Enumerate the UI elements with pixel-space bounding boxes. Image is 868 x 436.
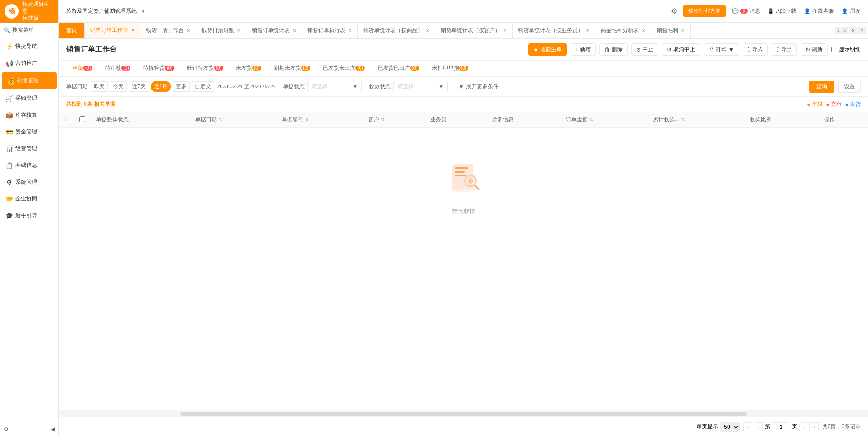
tab-close-icon[interactable]: ✕ xyxy=(131,28,134,33)
sub-tab-旺铺待发货[interactable]: 旺铺待发货(0) xyxy=(181,61,230,76)
sidebar-item-采购管理[interactable]: 🛒采购管理 xyxy=(0,90,58,107)
tab-3[interactable]: 钱货日清对账✕ xyxy=(196,23,246,39)
sidebar-item-企业协同[interactable]: 🤝企业协同 xyxy=(0,190,58,207)
status-select[interactable]: 请选择 ▼ xyxy=(307,81,362,92)
expand-button[interactable]: ▼ 展开更多条件 xyxy=(455,81,502,92)
tab-close-icon[interactable]: ✕ xyxy=(426,28,429,33)
print-chevron: ▼ xyxy=(729,47,734,53)
print-button[interactable]: 🖨 打印 ▼ xyxy=(704,43,739,56)
date-btn-近1月[interactable]: 近1月 xyxy=(151,81,171,92)
cancel-stop-button[interactable]: ↺ 取消中止 xyxy=(662,43,700,56)
sidebar-search[interactable]: 🔍 搜索菜单 xyxy=(0,23,58,38)
tab-close-icon[interactable]: ✕ xyxy=(642,28,645,33)
stop-button[interactable]: ⊘ 中止 xyxy=(631,43,658,56)
online-service-button[interactable]: 👤 在线客服 xyxy=(804,7,834,15)
settings-gear-icon[interactable]: ⚙ xyxy=(671,7,677,15)
sidebar-logo: 畅 畅捷通好生意 标准版 xyxy=(0,0,58,23)
col-date[interactable]: 单据日期 ⇅ xyxy=(190,112,276,128)
quick-btn-发货[interactable]: ● 发货 xyxy=(845,100,861,108)
sub-tab-全部[interactable]: 全部(0) xyxy=(66,61,99,76)
tab-close-icon[interactable]: ✕ xyxy=(293,28,296,33)
tab-1[interactable]: 销售订单工作台✕ xyxy=(85,23,140,39)
export-icon: ⤴ xyxy=(777,47,779,53)
sidebar-item-快捷导航[interactable]: ⚡快捷导航 xyxy=(0,38,58,55)
first-page-button[interactable]: « xyxy=(743,422,753,431)
tab-close-all[interactable]: ✕ xyxy=(849,27,857,34)
collapse-icon[interactable]: ◀ xyxy=(51,426,55,432)
last-page-button[interactable]: » xyxy=(809,422,819,431)
tab-nav-next[interactable]: › xyxy=(842,27,848,34)
tab-0[interactable]: 首页 xyxy=(59,23,85,39)
payment-select[interactable]: 请选择 ▼ xyxy=(393,81,448,92)
page-size-dropdown[interactable]: 50 xyxy=(720,422,740,432)
sub-tab-未发货[interactable]: 未发货(0) xyxy=(230,61,268,76)
tab-close-icon[interactable]: ✕ xyxy=(348,28,352,33)
import-button[interactable]: ⤵ 导入 xyxy=(743,43,768,56)
show-detail-checkbox[interactable] xyxy=(831,47,837,52)
user-button[interactable]: 👤 用友 xyxy=(841,7,861,15)
quick-btn-充审[interactable]: ● 充审 xyxy=(826,100,842,108)
tab-close-icon[interactable]: ✕ xyxy=(187,28,190,33)
checkbox-header[interactable] xyxy=(74,112,91,128)
sub-tab-未打印单据[interactable]: 未打印单据(0) xyxy=(426,61,475,76)
refresh-button[interactable]: ↻ 刷新 xyxy=(801,43,828,56)
quick-btn-审核[interactable]: ● 审核 xyxy=(807,100,822,108)
sidebar-item-系统管理[interactable]: ⚙系统管理 xyxy=(0,174,58,190)
tab-7[interactable]: 销货单统计表（按客户）✕ xyxy=(435,23,513,39)
add-button[interactable]: + 新增 xyxy=(571,43,596,56)
page-number-input[interactable] xyxy=(772,422,790,431)
tab-6[interactable]: 销货单统计表（按商品）✕ xyxy=(358,23,435,39)
sub-tab-待拣验货[interactable]: 待拣验货(0) xyxy=(137,61,180,76)
tab-nav-prev[interactable]: ‹ xyxy=(835,27,841,34)
query-button[interactable]: 查询 xyxy=(809,81,834,93)
chevron-down-icon[interactable]: ▼ xyxy=(140,8,146,14)
sidebar-item-资金管理[interactable]: 💳资金管理 xyxy=(0,123,58,140)
app-download-button[interactable]: 📱 App下载 xyxy=(767,7,796,15)
delete-button[interactable]: 🗑 删除 xyxy=(599,43,628,56)
sub-tab-已发货已出库[interactable]: 已发货已出库(0) xyxy=(371,61,426,76)
tab-9[interactable]: 商品毛利分析表✕ xyxy=(595,23,651,39)
date-btn-今天[interactable]: 今天 xyxy=(110,81,127,92)
sidebar-item-新手引导[interactable]: 🎓新手引导 xyxy=(0,207,58,224)
tab-maximize[interactable]: ⤡ xyxy=(858,27,866,34)
sidebar-item-销售管理[interactable]: 💰销售管理 xyxy=(2,72,57,89)
tab-8[interactable]: 销货单统计表（按业务员）✕ xyxy=(513,23,595,39)
date-btn-更多[interactable]: 更多 xyxy=(173,81,190,92)
col-number[interactable]: 单据编号 ⇅ xyxy=(276,112,363,128)
col-customer[interactable]: 客户 ⇅ xyxy=(363,112,425,128)
sidebar-footer: ⚙ ◀ xyxy=(0,422,58,436)
date-btn-自定义[interactable]: 自定义 xyxy=(192,81,214,92)
industry-button[interactable]: 体验行业方案 xyxy=(683,5,726,17)
tab-close-icon[interactable]: ✕ xyxy=(586,28,590,33)
prev-page-button[interactable]: ‹ xyxy=(755,422,763,431)
tab-close-icon[interactable]: ✕ xyxy=(503,28,507,33)
filter-setting-button[interactable]: 设置 xyxy=(838,81,861,93)
export-button[interactable]: ⤴ 导出 xyxy=(772,43,797,56)
sub-tab-badge: (0) xyxy=(252,66,261,71)
sub-tab-待审核[interactable]: 待审核(0) xyxy=(99,61,137,76)
tab-2[interactable]: 钱货日清工作台✕ xyxy=(140,23,196,39)
next-page-button[interactable]: › xyxy=(799,422,807,431)
sidebar-item-基础信息[interactable]: 📋基础信息 xyxy=(0,157,58,174)
smart-create-button[interactable]: ★ 智能生单 xyxy=(528,43,567,56)
select-all-checkbox[interactable] xyxy=(79,116,85,122)
scrollbar-area[interactable] xyxy=(59,410,868,417)
sidebar-item-经营管理[interactable]: 📊经营管理 xyxy=(0,140,58,157)
sidebar-item-营销推广[interactable]: 📢营销推广 xyxy=(0,55,58,71)
tab-close-icon[interactable]: ✕ xyxy=(237,28,240,33)
settings-icon[interactable]: ⚙ xyxy=(4,426,9,432)
sub-tab-到期未发货[interactable]: 到期未发货(0) xyxy=(268,61,317,76)
tab-close-icon[interactable]: ✕ xyxy=(681,28,685,33)
col-collected[interactable]: 累计收款... ⇅ xyxy=(647,112,744,128)
tab-5[interactable]: 销售订单执行表✕ xyxy=(302,23,358,39)
tab-10[interactable]: 销售毛利✕ xyxy=(651,23,691,39)
date-btn-近7天[interactable]: 近7天 xyxy=(129,81,149,92)
chevron-down-icon: ▼ xyxy=(438,84,444,90)
tab-4[interactable]: 销售订单统计表✕ xyxy=(246,23,302,39)
col-amount[interactable]: 订单金额 ⇅ xyxy=(561,112,647,128)
menu-icon: 💰 xyxy=(7,77,14,85)
sub-tab-已发货未出库[interactable]: 已发货未出库(0) xyxy=(317,61,371,76)
sidebar-item-库存核算[interactable]: 📦库存核算 xyxy=(0,107,58,123)
date-btn-昨天[interactable]: 昨天 xyxy=(91,81,108,92)
message-button[interactable]: 💬 6 消息 xyxy=(732,7,760,15)
